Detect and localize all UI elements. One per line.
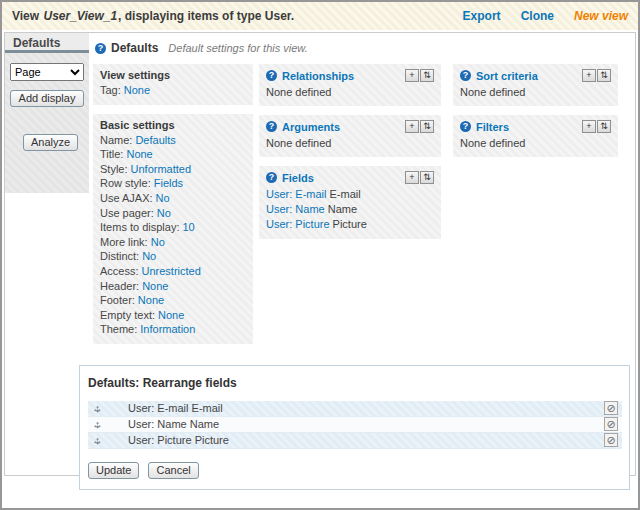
drag-handle-icon[interactable]: ↔↕	[91, 418, 104, 431]
basic-settings-box: Basic settings Name:Defaults Title:None …	[93, 114, 253, 344]
setting-row-tag: Tag:None	[100, 83, 246, 98]
rearrange-icon[interactable]: ⇅	[597, 120, 611, 133]
setting-value-link[interactable]: Information	[140, 323, 195, 335]
rearrange-row-label: User: Name Name	[128, 418, 219, 430]
views-admin-page: View User_View_1, displaying items of ty…	[0, 0, 640, 510]
setting-value-link[interactable]: No	[156, 192, 170, 204]
setting-row: Distinct:No	[100, 249, 246, 264]
clone-link[interactable]: Clone	[521, 9, 554, 23]
filters-link[interactable]: Filters	[476, 121, 509, 133]
setting-value-link[interactable]: Unrestricted	[142, 265, 201, 277]
arguments-empty: None defined	[266, 136, 434, 150]
display-type-select[interactable]: Page	[10, 63, 84, 81]
setting-label: Theme:	[100, 323, 137, 335]
setting-value-link[interactable]: None	[142, 280, 168, 292]
help-icon[interactable]: ?	[95, 43, 106, 54]
add-display-button[interactable]: Add display	[10, 90, 84, 107]
arguments-link[interactable]: Arguments	[282, 121, 340, 133]
rearrange-row: ↔↕ User: Name Name ⊘	[88, 417, 622, 433]
setting-label: Row style:	[100, 177, 151, 189]
setting-label: Use pager:	[100, 207, 154, 219]
rearrange-row: ↔↕ User: E-mail E-mail ⊘	[88, 401, 622, 417]
help-icon[interactable]: ?	[266, 121, 277, 132]
update-button[interactable]: Update	[88, 462, 139, 479]
sort-criteria-empty: None defined	[460, 85, 611, 99]
add-icon[interactable]: +	[405, 69, 419, 82]
setting-value-link[interactable]: None	[126, 148, 152, 160]
rearrange-icon[interactable]: ⇅	[420, 120, 434, 133]
setting-label: Access:	[100, 265, 139, 277]
setting-value-link[interactable]: No	[142, 250, 156, 262]
rearrange-row-label: User: E-mail E-mail	[128, 402, 223, 414]
analyze-button[interactable]: Analyze	[23, 134, 78, 151]
display-settings-content: ? Defaults Default settings for this vie…	[89, 33, 635, 353]
view-header-bar: View User_View_1, displaying items of ty…	[2, 2, 638, 30]
help-icon[interactable]: ?	[460, 121, 471, 132]
setting-label: Use AJAX:	[100, 192, 153, 204]
help-icon[interactable]: ?	[266, 70, 277, 81]
new-view-link[interactable]: New view	[574, 9, 628, 23]
field-link[interactable]: User: Picture	[266, 218, 330, 230]
setting-value-link[interactable]: None	[158, 309, 184, 321]
display-sidebar: Defaults Page Add display Analyze	[5, 33, 89, 353]
setting-value-link[interactable]: 10	[182, 221, 194, 233]
drag-handle-icon[interactable]: ↔↕	[91, 402, 104, 415]
setting-label: Distinct:	[100, 250, 139, 262]
setting-value-link[interactable]: No	[157, 207, 171, 219]
column-right: ? Sort criteria + ⇅ None defined	[453, 64, 618, 166]
add-icon[interactable]: +	[405, 120, 419, 133]
setting-value-link[interactable]: Unformatted	[131, 163, 192, 175]
field-link[interactable]: User: Name	[266, 203, 325, 215]
setting-row: Row style:Fields	[100, 176, 246, 191]
setting-row: Theme:Information	[100, 322, 246, 337]
display-overview: ? Defaults Default settings for this vie…	[95, 41, 635, 55]
setting-value-link[interactable]: No	[151, 236, 165, 248]
setting-value-link[interactable]: Fields	[154, 177, 183, 189]
form-actions: Update Cancel	[88, 462, 622, 479]
relationships-link[interactable]: Relationships	[282, 70, 354, 82]
settings-columns: View settings Tag:None Basic settings Na…	[93, 64, 635, 353]
rearrange-heading: Defaults: Rearrange fields	[88, 376, 622, 390]
setting-value-link[interactable]: None	[138, 294, 164, 306]
tag-value-link[interactable]: None	[124, 84, 150, 96]
relationships-empty: None defined	[266, 85, 434, 99]
field-link[interactable]: User: E-mail	[266, 188, 327, 200]
remove-field-icon[interactable]: ⊘	[604, 401, 618, 415]
remove-field-icon[interactable]: ⊘	[604, 417, 618, 431]
setting-label: Footer:	[100, 294, 135, 306]
remove-field-icon[interactable]: ⊘	[604, 433, 618, 447]
rearrange-fields-form: Defaults: Rearrange fields ↔↕ User: E-ma…	[79, 365, 630, 490]
cancel-button[interactable]: Cancel	[148, 462, 198, 479]
setting-row: Style:Unformatted	[100, 162, 246, 177]
view-name: User_View_1	[43, 9, 117, 23]
help-icon[interactable]: ?	[460, 70, 471, 81]
tab-defaults[interactable]: Defaults	[5, 33, 89, 53]
arguments-box: ? Arguments + ⇅ None defined	[259, 115, 441, 157]
setting-row: Use pager:No	[100, 206, 246, 221]
add-icon[interactable]: +	[582, 69, 596, 82]
setting-row: Items to display:10	[100, 220, 246, 235]
add-icon[interactable]: +	[405, 171, 419, 184]
fields-box: ? Fields + ⇅ User: E-mailE-mail User: Na…	[259, 166, 441, 239]
column-middle: ? Relationships + ⇅ None defined	[259, 64, 441, 248]
drag-handle-icon[interactable]: ↔↕	[91, 434, 104, 447]
field-item: User: NameName	[266, 202, 434, 217]
setting-row: Title:None	[100, 147, 246, 162]
setting-row: Empty text:None	[100, 308, 246, 323]
setting-label: Style:	[100, 163, 128, 175]
view-actions: Export Clone New view	[443, 9, 628, 23]
rearrange-icon[interactable]: ⇅	[420, 69, 434, 82]
rearrange-icon[interactable]: ⇅	[420, 171, 434, 184]
setting-row: Name:Defaults	[100, 133, 246, 148]
column-view-settings: View settings Tag:None Basic settings Na…	[93, 64, 253, 353]
fields-link[interactable]: Fields	[282, 172, 314, 184]
filters-box: ? Filters + ⇅ None defined	[453, 115, 618, 157]
field-label: Picture	[333, 218, 367, 230]
sort-criteria-link[interactable]: Sort criteria	[476, 70, 538, 82]
help-icon[interactable]: ?	[266, 172, 277, 183]
setting-value-link[interactable]: Defaults	[135, 134, 175, 146]
rearrange-icon[interactable]: ⇅	[597, 69, 611, 82]
sidebar-panel: Page Add display Analyze	[5, 53, 89, 193]
add-icon[interactable]: +	[582, 120, 596, 133]
export-link[interactable]: Export	[463, 9, 501, 23]
